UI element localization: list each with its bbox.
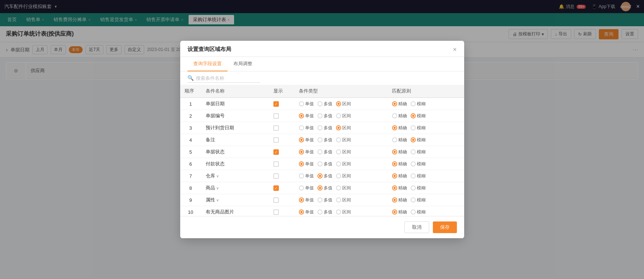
row-match-9: 精确 模糊 (388, 194, 464, 206)
display-checkbox-7[interactable] (273, 173, 279, 179)
match-fuzzy-1[interactable]: 模糊 (411, 101, 426, 107)
type-range-4[interactable]: 区间 (336, 137, 351, 143)
type-single-3[interactable]: 单值 (299, 125, 314, 131)
display-checkbox-3[interactable] (273, 125, 279, 131)
row-name-1: 单据日期 (201, 98, 269, 110)
cancel-button[interactable]: 取消 (404, 221, 429, 233)
match-exact-6[interactable]: 精确 (392, 161, 407, 167)
row-display-6[interactable] (269, 158, 295, 170)
type-single-6[interactable]: 单值 (299, 161, 314, 167)
row-display-10[interactable] (269, 206, 295, 216)
match-exact-5[interactable]: 精确 (392, 149, 407, 155)
type-range-9[interactable]: 区间 (336, 197, 351, 203)
row-display-8[interactable]: ✓ (269, 182, 295, 194)
type-multi-1[interactable]: 多值 (317, 101, 332, 107)
match-fuzzy-8[interactable]: 模糊 (411, 185, 426, 191)
type-multi-3[interactable]: 多值 (317, 125, 332, 131)
row-order-10: 10 (180, 206, 201, 216)
config-row-9: 9属性∨ 单值 多值 区间 精确 模糊 (180, 194, 464, 206)
match-fuzzy-9[interactable]: 模糊 (411, 197, 426, 203)
display-checkbox-2[interactable] (273, 113, 279, 119)
row-name-10: 有无商品图片 (201, 206, 269, 216)
type-range-1[interactable]: 区间 (336, 101, 351, 107)
save-button[interactable]: 保存 (433, 221, 457, 233)
type-range-3[interactable]: 区间 (336, 125, 351, 131)
display-checkbox-10[interactable] (273, 209, 279, 215)
match-exact-9[interactable]: 精确 (392, 197, 407, 203)
type-single-8[interactable]: 单值 (299, 185, 314, 191)
type-multi-10[interactable]: 多值 (317, 209, 332, 215)
row-type-2: 单值 多值 区间 (295, 110, 388, 122)
display-checkbox-8[interactable]: ✓ (273, 185, 279, 191)
type-multi-4[interactable]: 多值 (317, 137, 332, 143)
row-order-7: 7 (180, 170, 201, 182)
match-exact-10[interactable]: 精确 (392, 209, 407, 215)
row-display-3[interactable] (269, 122, 295, 134)
match-fuzzy-5[interactable]: 模糊 (411, 149, 426, 155)
dialog-close-button[interactable]: × (453, 46, 457, 53)
type-multi-2[interactable]: 多值 (317, 113, 332, 119)
display-checkbox-5[interactable]: ✓ (273, 149, 279, 155)
type-range-10[interactable]: 区间 (336, 209, 351, 215)
row-display-4[interactable] (269, 134, 295, 146)
config-table-scroll[interactable]: 顺序 条件名称 显示 条件类型 匹配原则 1单据日期✓ 单值 多值 (180, 85, 464, 216)
type-single-4[interactable]: 单值 (299, 137, 314, 143)
type-single-7[interactable]: 单值 (299, 173, 314, 179)
row-name-9: 属性∨ (201, 194, 269, 206)
match-fuzzy-10[interactable]: 模糊 (411, 209, 426, 215)
col-header-order: 顺序 (180, 85, 201, 98)
dialog-footer: 取消 保存 (180, 216, 464, 238)
match-fuzzy-6[interactable]: 模糊 (411, 161, 426, 167)
row-order-8: 8 (180, 182, 201, 194)
display-checkbox-6[interactable] (273, 161, 279, 167)
match-fuzzy-3[interactable]: 模糊 (411, 125, 426, 131)
match-exact-8[interactable]: 精确 (392, 185, 407, 191)
row-type-4: 单值 多值 区间 (295, 134, 388, 146)
type-range-7[interactable]: 区间 (336, 173, 351, 179)
type-multi-8[interactable]: 多值 (317, 185, 332, 191)
config-row-6: 6付款状态 单值 多值 区间 精确 模糊 (180, 158, 464, 170)
match-exact-2[interactable]: 精确 (392, 113, 407, 119)
type-single-1[interactable]: 单值 (299, 101, 314, 107)
type-multi-6[interactable]: 多值 (317, 161, 332, 167)
type-single-2[interactable]: 单值 (299, 113, 314, 119)
match-fuzzy-2[interactable]: 模糊 (411, 113, 426, 119)
row-name-8: 商品∨ (201, 182, 269, 194)
display-checkbox-4[interactable] (273, 137, 279, 143)
row-display-7[interactable] (269, 170, 295, 182)
match-fuzzy-7[interactable]: 模糊 (411, 173, 426, 179)
type-range-6[interactable]: 区间 (336, 161, 351, 167)
match-exact-3[interactable]: 精确 (392, 125, 407, 131)
display-checkbox-9[interactable] (273, 197, 279, 203)
type-range-5[interactable]: 区间 (336, 149, 351, 155)
config-row-2: 2单据编号 单值 多值 区间 精确 模糊 (180, 110, 464, 122)
match-fuzzy-4[interactable]: 模糊 (411, 137, 426, 143)
match-exact-4[interactable]: 精确 (392, 137, 407, 143)
dialog-search-input[interactable] (196, 75, 260, 81)
config-row-4: 4备注 单值 多值 区间 精确 模糊 (180, 134, 464, 146)
row-match-4: 精确 模糊 (388, 134, 464, 146)
row-type-1: 单值 多值 区间 (295, 98, 388, 110)
modal-overlay: 设置查询区域布局 × 查询字段设置 布局调整 🔍 (0, 0, 644, 279)
type-single-5[interactable]: 单值 (299, 149, 314, 155)
display-checkbox-1[interactable]: ✓ (273, 101, 279, 107)
match-exact-7[interactable]: 精确 (392, 173, 407, 179)
type-multi-7[interactable]: 多值 (317, 173, 332, 179)
row-display-5[interactable]: ✓ (269, 146, 295, 158)
type-single-9[interactable]: 单值 (299, 197, 314, 203)
match-exact-1[interactable]: 精确 (392, 101, 407, 107)
dialog: 设置查询区域布局 × 查询字段设置 布局调整 🔍 (180, 41, 464, 238)
type-single-10[interactable]: 单值 (299, 209, 314, 215)
row-order-5: 5 (180, 146, 201, 158)
row-display-2[interactable] (269, 110, 295, 122)
row-type-5: 单值 多值 区间 (295, 146, 388, 158)
type-range-8[interactable]: 区间 (336, 185, 351, 191)
type-range-2[interactable]: 区间 (336, 113, 351, 119)
row-display-1[interactable]: ✓ (269, 98, 295, 110)
dialog-tab-layout[interactable]: 布局调整 (228, 57, 258, 71)
dialog-tab-query-fields[interactable]: 查询字段设置 (187, 57, 228, 71)
type-multi-9[interactable]: 多值 (317, 197, 332, 203)
row-display-9[interactable] (269, 194, 295, 206)
col-header-match: 匹配原则 (388, 85, 464, 98)
type-multi-5[interactable]: 多值 (317, 149, 332, 155)
